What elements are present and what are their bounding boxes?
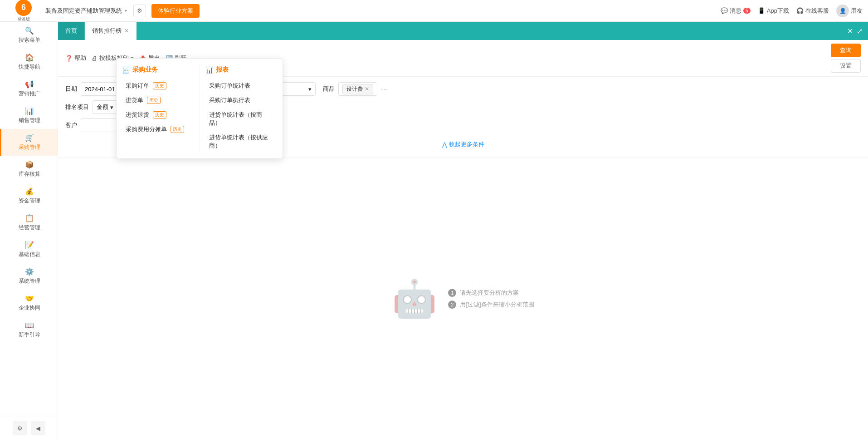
gear-icon: ⚙️: [25, 267, 34, 276]
message-icon: 💬: [721, 7, 728, 14]
menu-item-goods-receipt[interactable]: 进货单 历史: [122, 93, 194, 108]
sidebar-item-label: 企业协同: [19, 304, 40, 312]
rank-item-label: 排名项目: [65, 103, 89, 111]
tab-close-btn[interactable]: ✕: [847, 27, 853, 35]
purchase-section: 🧾 采购业务 采购订单 历史 进货单 历史 进货退货: [117, 64, 200, 153]
sidebar-item-label: 库存核算: [19, 170, 40, 178]
goods-select[interactable]: 设计费 ✕: [338, 82, 377, 96]
tab-sales-rank[interactable]: 销售排行榜 ✕: [85, 22, 137, 40]
date-label: 日期: [65, 85, 77, 93]
content-body: ❓ 帮助 🖨 按模板打印 ▾ 📤 导出 🔄: [58, 40, 868, 439]
note-icon: 📝: [25, 241, 34, 249]
sidebar-item-search[interactable]: 🔍 搜索菜单: [0, 22, 58, 49]
empty-hint-1: 1 请先选择要分析的方案: [448, 289, 534, 297]
sidebar-item-guide[interactable]: 📖 新手引导: [0, 316, 58, 343]
title-arrow-icon[interactable]: ▾: [125, 8, 127, 13]
sidebar-settings-btn[interactable]: ⚙: [13, 421, 27, 435]
sidebar-item-label: 销售管理: [19, 117, 40, 124]
customer-label: 客户: [65, 121, 77, 129]
sidebar-item-inventory[interactable]: 📦 库存核算: [0, 156, 58, 183]
sidebar-item-label: 资金管理: [19, 197, 40, 205]
hint-text-1: 请先选择要分析的方案: [460, 289, 519, 297]
username: 用友: [851, 7, 863, 15]
purchase-section-title: 🧾 采购业务: [122, 64, 194, 79]
tab-expand-btn[interactable]: ⤢: [857, 27, 863, 35]
help-label: 帮助: [74, 54, 86, 62]
sidebar: 🔍 搜索菜单 🏠 快捷导航 📢 营销推广 📊 销售管理 🛒 采购管理 📦: [0, 22, 58, 439]
sidebar-item-label: 新手引导: [19, 331, 40, 339]
sidebar-collapse-btn[interactable]: ◀: [31, 421, 45, 435]
report-section-icon: 📊: [205, 66, 213, 74]
chart-icon: 📊: [25, 107, 34, 115]
menu-item-label: 进货单: [126, 96, 143, 104]
sidebar-item-basic-info[interactable]: 📝 基础信息: [0, 236, 58, 263]
cart-icon: 🛒: [25, 133, 34, 142]
report-section-label: 报表: [216, 66, 229, 74]
history-badge: 历史: [153, 111, 166, 118]
sidebar-bottom: ⚙ ◀: [0, 417, 58, 439]
top-bar: 6 标准版 装备及固定资产辅助管理系统 ▾ ⚙ 体验行业方案 💬 消息 5 📱 …: [0, 0, 868, 22]
message-btn[interactable]: 💬 消息 5: [721, 7, 751, 15]
help-btn[interactable]: ❓ 帮助: [65, 54, 86, 62]
sidebar-item-sales[interactable]: 📊 销售管理: [0, 102, 58, 129]
settings-icon-btn[interactable]: ⚙: [133, 5, 146, 17]
sidebar-item-operations[interactable]: 📋 经营管理: [0, 209, 58, 236]
menu-item-label: 采购费用分摊单: [126, 125, 167, 133]
app-download-btn[interactable]: 📱 App下载: [758, 7, 789, 15]
sidebar-item-label: 系统管理: [19, 277, 40, 285]
online-service-btn[interactable]: 🎧 在线客服: [796, 7, 829, 15]
report-section: 📊 报表 采购订单统计表 采购订单执行表 进货单统计表（按商品）: [200, 64, 283, 153]
menu-item-label: 进货单统计表（按供应商）: [209, 133, 274, 150]
menu-item-label: 采购订单: [126, 82, 149, 90]
clipboard-icon: 📋: [25, 214, 34, 222]
tab-bar-right: ✕ ⤢: [847, 22, 868, 40]
history-badge: 历史: [147, 97, 161, 104]
user-area[interactable]: 👤 用友: [836, 5, 863, 17]
purchase-section-label: 采购业务: [132, 66, 158, 74]
megaphone-icon: 📢: [25, 80, 34, 89]
menu-item-purchase-expense[interactable]: 采购费用分摊单 历史: [122, 122, 194, 137]
menu-item-label: 进货单统计表（按商品）: [209, 111, 274, 127]
chevron-down-icon2: ▾: [110, 104, 113, 111]
goods-tag: 设计费 ✕: [342, 84, 373, 94]
menu-item-purchase-order[interactable]: 采购订单 历史: [122, 79, 194, 93]
settings-btn[interactable]: 设置: [831, 59, 861, 73]
empty-hint-2: 2 用[过滤]条件来缩小分析范围: [448, 301, 534, 309]
sidebar-item-quick-nav[interactable]: 🏠 快捷导航: [0, 49, 58, 75]
tab-close-icon[interactable]: ✕: [124, 28, 129, 34]
menu-item-purchase-order-exec[interactable]: 采购订单执行表: [205, 93, 278, 108]
sidebar-item-enterprise[interactable]: 🤝 企业协同: [0, 290, 58, 316]
tab-sales-rank-label: 销售排行榜: [92, 27, 122, 35]
goods-tag-close[interactable]: ✕: [365, 86, 369, 92]
industry-btn[interactable]: 体验行业方案: [151, 4, 200, 18]
app-title-area: 装备及固定资产辅助管理系统 ▾: [45, 7, 130, 15]
app-container: 6 标准版 装备及固定资产辅助管理系统 ▾ ⚙ 体验行业方案 💬 消息 5 📱 …: [0, 0, 868, 439]
sidebar-item-purchase[interactable]: 🛒 采购管理: [0, 129, 58, 156]
date-start-value: 2024-01-01: [85, 86, 115, 93]
menu-item-label: 进货退货: [126, 111, 149, 119]
app-logo: 6 标准版: [5, 0, 42, 22]
sidebar-item-finance[interactable]: 💰 资金管理: [0, 183, 58, 209]
goods-label: 商品: [323, 85, 335, 93]
empty-state: 🤖 1 请先选择要分析的方案 2 用[过滤]条件来缩小分析范围: [58, 158, 868, 439]
goods-more-icon[interactable]: ···: [381, 86, 389, 93]
sidebar-item-marketing[interactable]: 📢 营销推广: [0, 75, 58, 102]
history-badge: 历史: [153, 82, 166, 89]
hint-num-1: 1: [448, 289, 456, 297]
sidebar-item-system[interactable]: ⚙️ 系统管理: [0, 263, 58, 290]
menu-item-goods-return[interactable]: 进货退货 历史: [122, 108, 194, 122]
main-area: 🔍 搜索菜单 🏠 快捷导航 📢 营销推广 📊 销售管理 🛒 采购管理 📦: [0, 22, 868, 439]
menu-item-label: 采购订单统计表: [209, 82, 250, 90]
tab-home[interactable]: 首页: [58, 22, 85, 40]
menu-item-goods-stats-by-product[interactable]: 进货单统计表（按商品）: [205, 108, 278, 130]
purchase-dropdown-menu: 🧾 采购业务 采购订单 历史 进货单 历史 进货退货: [116, 58, 283, 159]
menu-item-purchase-order-stats[interactable]: 采购订单统计表: [205, 79, 278, 93]
message-label: 消息: [730, 7, 741, 15]
sidebar-item-label: 基础信息: [19, 251, 40, 258]
menu-item-goods-stats-by-supplier[interactable]: 进货单统计表（按供应商）: [205, 130, 278, 153]
search-icon: 🔍: [25, 26, 34, 35]
query-btn[interactable]: 查询: [831, 44, 861, 57]
app-icon: 📱: [758, 7, 765, 14]
app-title: 装备及固定资产辅助管理系统: [45, 7, 122, 15]
avatar: 👤: [836, 5, 849, 17]
